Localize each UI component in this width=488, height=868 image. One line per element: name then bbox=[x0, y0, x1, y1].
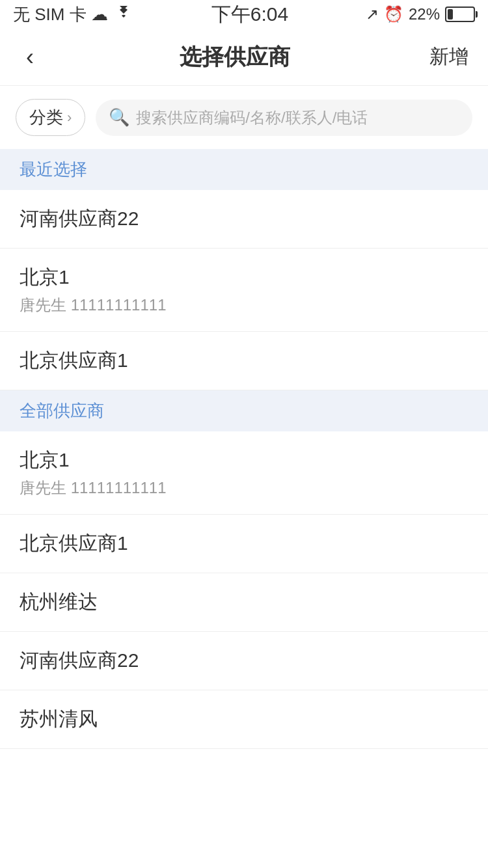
status-time: 下午6:04 bbox=[211, 1, 288, 28]
item-name: 北京供应商1 bbox=[20, 530, 468, 557]
battery-icon bbox=[445, 7, 475, 22]
location-icon: ↗ bbox=[366, 5, 379, 23]
list-item[interactable]: 北京1唐先生 11111111111 bbox=[0, 249, 488, 332]
item-name: 北京1 bbox=[20, 447, 468, 474]
nav-bar: ‹ 选择供应商 新增 bbox=[0, 29, 488, 86]
alarm-icon: ⏰ bbox=[384, 5, 403, 23]
recent-items-list: 河南供应商22北京1唐先生 11111111111北京供应商1 bbox=[0, 190, 488, 390]
search-box[interactable]: 🔍 搜索供应商编码/名称/联系人/电话 bbox=[96, 100, 472, 136]
list-item[interactable]: 北京1唐先生 11111111111 bbox=[0, 431, 488, 515]
item-contact: 唐先生 11111111111 bbox=[20, 478, 468, 498]
list-item[interactable]: 杭州维达 bbox=[0, 573, 488, 632]
back-button[interactable]: ‹ bbox=[20, 37, 40, 77]
list-item[interactable]: 河南供应商22 bbox=[0, 632, 488, 690]
wifi-icon bbox=[113, 5, 134, 25]
item-name: 河南供应商22 bbox=[20, 647, 468, 674]
all-section-header: 全部供应商 bbox=[0, 390, 488, 431]
category-filter[interactable]: 分类 › bbox=[16, 99, 85, 136]
item-name: 北京供应商1 bbox=[20, 347, 468, 374]
status-bar: 无 SIM 卡 ☁ 下午6:04 ↗ ⏰ 22% bbox=[0, 0, 488, 29]
sim-status: 无 SIM 卡 ☁ bbox=[13, 3, 108, 26]
recent-section-header: 最近选择 bbox=[0, 149, 488, 190]
list-item[interactable]: 北京供应商1 bbox=[0, 332, 488, 390]
list-item[interactable]: 河南供应商22 bbox=[0, 190, 488, 249]
search-icon: 🔍 bbox=[109, 107, 129, 128]
chevron-right-icon: › bbox=[67, 109, 72, 126]
filter-bar: 分类 › 🔍 搜索供应商编码/名称/联系人/电话 bbox=[0, 86, 488, 149]
list-item[interactable]: 北京供应商1 bbox=[0, 515, 488, 573]
all-items-list: 北京1唐先生 11111111111北京供应商1杭州维达河南供应商22苏州清风 bbox=[0, 431, 488, 749]
search-placeholder: 搜索供应商编码/名称/联系人/电话 bbox=[136, 107, 368, 128]
status-right: ↗ ⏰ 22% bbox=[366, 5, 475, 23]
item-name: 杭州维达 bbox=[20, 589, 468, 616]
status-left: 无 SIM 卡 ☁ bbox=[13, 3, 134, 26]
item-contact: 唐先生 11111111111 bbox=[20, 295, 468, 316]
item-name: 河南供应商22 bbox=[20, 206, 468, 232]
list-item[interactable]: 苏州清风 bbox=[0, 690, 488, 749]
add-button[interactable]: 新增 bbox=[429, 44, 468, 70]
page-title: 选择供应商 bbox=[180, 42, 290, 72]
battery-percent: 22% bbox=[409, 5, 440, 23]
category-label: 分类 bbox=[29, 106, 63, 129]
item-name: 苏州清风 bbox=[20, 706, 468, 733]
item-name: 北京1 bbox=[20, 264, 468, 291]
